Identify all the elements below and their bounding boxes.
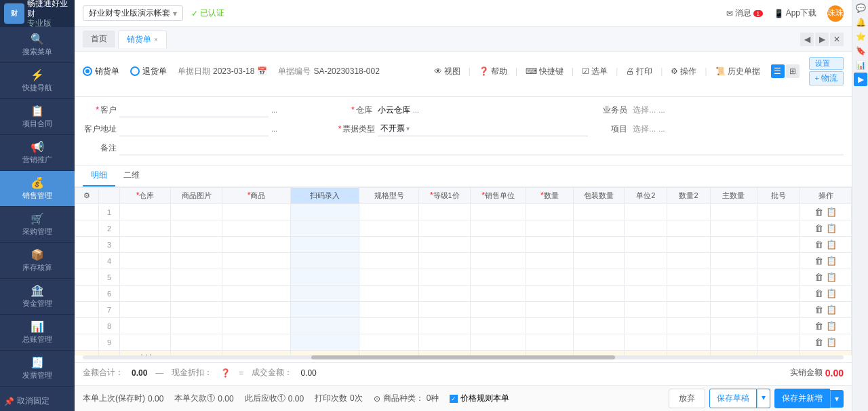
calendar-icon[interactable]: 📅 — [257, 66, 267, 76]
row-copy-btn[interactable]: 📋 — [826, 305, 837, 315]
row-warehouse[interactable] — [119, 334, 171, 351]
tab-detail[interactable]: 明细 — [83, 165, 115, 187]
row-spec[interactable] — [359, 318, 419, 334]
row-spec[interactable] — [359, 269, 419, 286]
right-icon-6[interactable]: ▶ — [854, 73, 867, 86]
sidebar-item-search[interactable]: 🔍 搜索菜单 — [0, 27, 75, 63]
row-copy-btn[interactable]: 📋 — [826, 337, 837, 347]
view-list-btn[interactable]: ☰ — [771, 64, 785, 78]
tab-2d[interactable]: 二维 — [115, 165, 148, 187]
row-copy-btn[interactable]: 📋 — [826, 207, 837, 217]
row-image[interactable] — [171, 334, 222, 351]
remark-input[interactable] — [119, 140, 844, 155]
row-delete-btn[interactable]: 🗑 — [814, 288, 823, 298]
salesman-more-btn[interactable]: ... — [658, 106, 665, 114]
row-batch[interactable] — [757, 220, 800, 237]
row-price1[interactable] — [419, 204, 471, 220]
row-pack-qty[interactable] — [573, 334, 625, 351]
row-batch[interactable] — [757, 269, 800, 286]
company-select-btn[interactable]: 好业财专业版演示帐套 ▾ — [83, 5, 183, 21]
row-delete-btn[interactable]: 🗑 — [814, 223, 823, 233]
sidebar-item-sales[interactable]: 💰 销售管理 — [0, 171, 75, 207]
row-image[interactable] — [171, 302, 222, 318]
tab-prev-btn[interactable]: ◀ — [800, 33, 814, 46]
row-batch-input[interactable] — [291, 237, 359, 253]
row-goods[interactable] — [222, 334, 291, 351]
row-goods[interactable] — [222, 220, 291, 237]
row-qty[interactable] — [526, 269, 573, 286]
row-pack-qty[interactable] — [573, 204, 625, 220]
row-goods[interactable] — [222, 286, 291, 302]
row-price1[interactable] — [419, 269, 471, 286]
row-main-qty[interactable] — [710, 204, 757, 220]
action-help-btn[interactable]: ❓ 帮助 — [475, 64, 511, 79]
sidebar-item-invoice[interactable]: 🧾 发票管理 — [0, 351, 75, 387]
row-sale-unit[interactable] — [471, 318, 526, 334]
draft-arrow-btn[interactable]: ▾ — [757, 389, 770, 408]
row-pack-qty[interactable] — [573, 302, 625, 318]
row-delete-btn[interactable]: 🗑 — [814, 256, 823, 266]
row-sale-unit[interactable] — [471, 286, 526, 302]
app-download-btn[interactable]: 📱 App下载 — [774, 7, 816, 19]
row-qty2[interactable] — [667, 237, 710, 253]
row-pack-qty[interactable] — [573, 253, 625, 269]
action-select-btn[interactable]: ☑ 选单 — [578, 64, 612, 79]
row-warehouse[interactable] — [119, 286, 171, 302]
row-copy-btn[interactable]: 📋 — [826, 272, 837, 282]
save-main-btn[interactable]: 保存并新增 — [774, 389, 830, 408]
right-icon-1[interactable]: 💬 — [854, 1, 867, 15]
row-main-qty[interactable] — [710, 220, 757, 237]
row-qty2[interactable] — [667, 204, 710, 220]
row-main-qty[interactable] — [710, 286, 757, 302]
row-goods[interactable] — [222, 269, 291, 286]
row-unit2[interactable] — [625, 318, 667, 334]
row-image[interactable] — [171, 318, 222, 334]
sidebar-item-inventory[interactable]: 📦 库存核算 — [0, 243, 75, 279]
row-price1[interactable] — [419, 286, 471, 302]
row-sale-unit[interactable] — [471, 237, 526, 253]
row-qty[interactable] — [526, 220, 573, 237]
project-input[interactable]: 选择... — [633, 123, 656, 135]
row-copy-btn[interactable]: 📋 — [826, 288, 837, 298]
row-warehouse[interactable] — [119, 204, 171, 220]
row-warehouse[interactable] — [119, 253, 171, 269]
address-more-btn[interactable]: ... — [271, 125, 277, 133]
radio-return[interactable]: 退货单 — [130, 66, 167, 77]
row-qty[interactable] — [526, 334, 573, 351]
row-batch-input[interactable] — [291, 204, 359, 220]
salesman-input[interactable]: 选择... — [633, 104, 656, 116]
row-price1[interactable] — [419, 334, 471, 351]
row-spec[interactable] — [359, 334, 419, 351]
warehouse-more-btn[interactable]: ... — [413, 106, 419, 114]
action-shortcut-btn[interactable]: ⌨ 快捷键 — [521, 64, 568, 79]
row-sale-unit[interactable] — [471, 334, 526, 351]
row-batch[interactable] — [757, 286, 800, 302]
action-print-btn[interactable]: 🖨 打印 — [622, 64, 656, 79]
row-pack-qty[interactable] — [573, 220, 625, 237]
row-spec[interactable] — [359, 204, 419, 220]
right-icon-4[interactable]: 🔖 — [854, 44, 867, 58]
row-batch-input[interactable] — [291, 253, 359, 269]
settings-btn[interactable]: 设置 — [809, 57, 844, 70]
row-delete-btn[interactable]: 🗑 — [814, 337, 823, 347]
row-unit2[interactable] — [625, 253, 667, 269]
th-settings[interactable]: ⚙ — [75, 188, 99, 204]
row-price1[interactable] — [419, 220, 471, 237]
row-batch[interactable] — [757, 302, 800, 318]
row-spec[interactable] — [359, 302, 419, 318]
row-pack-qty[interactable] — [573, 269, 625, 286]
cancel-btn[interactable]: 放弃 — [669, 389, 705, 408]
row-image[interactable] — [171, 220, 222, 237]
row-batch-input[interactable] — [291, 220, 359, 237]
save-arrow-btn[interactable]: ▾ — [830, 390, 844, 408]
sidebar-item-purchase[interactable]: 🛒 采购管理 — [0, 207, 75, 243]
row-batch-input[interactable] — [291, 334, 359, 351]
row-goods[interactable] — [222, 318, 291, 334]
row-qty2[interactable] — [667, 269, 710, 286]
row-qty2[interactable] — [667, 286, 710, 302]
row-main-qty[interactable] — [710, 253, 757, 269]
row-batch-input[interactable] — [291, 269, 359, 286]
tab-saleinvoice[interactable]: 销货单 × — [118, 31, 167, 48]
row-delete-btn[interactable]: 🗑 — [814, 321, 823, 331]
add-logistics-btn[interactable]: + 物流 — [809, 71, 844, 85]
